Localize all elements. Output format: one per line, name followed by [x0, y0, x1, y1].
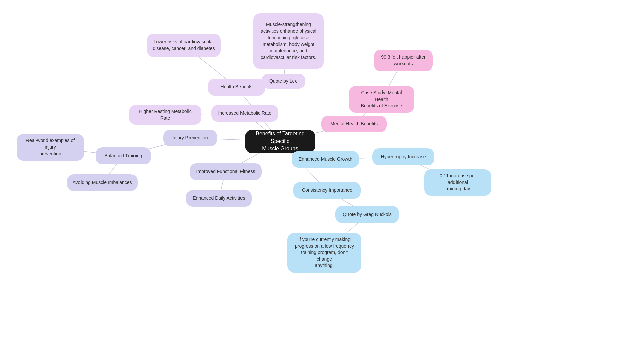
node-increased_metabolic: Increased Metabolic Rate	[211, 105, 278, 122]
node-label-increase_per_day: 0.11 increase per additional training da…	[430, 173, 486, 192]
node-health_benefits: Health Benefits	[208, 79, 265, 96]
node-increase_per_day: 0.11 increase per additional training da…	[424, 169, 491, 196]
node-label-balanced_training: Balanced Training	[104, 153, 142, 159]
mindmap-canvas: Benefits of Targeting Specific Muscle Gr…	[0, 0, 644, 363]
node-center: Benefits of Targeting Specific Muscle Gr…	[245, 130, 315, 153]
node-label-mental_health: Mental Health Benefits	[330, 121, 378, 127]
node-balanced_training: Balanced Training	[96, 147, 151, 164]
node-greg_quote_detail: If you're currently making progress on a…	[287, 233, 361, 273]
node-label-lower_risks: Lower risks of cardiovascular disease, c…	[153, 39, 215, 52]
node-label-enhanced_muscle: Enhanced Muscle Growth	[299, 156, 352, 163]
node-consistency: Consistency Importance	[293, 182, 361, 199]
node-label-quote_lee_detail: Muscle-strengthening activities enhance …	[261, 21, 316, 61]
node-enhanced_muscle: Enhanced Muscle Growth	[292, 151, 359, 168]
node-label-quote_greg: Quote by Greg Nuckols	[343, 211, 392, 218]
node-case_study: Case Study: Mental Health Benefits of Ex…	[349, 86, 414, 113]
node-hypertrophy: Hypertrophy Increase	[372, 148, 434, 165]
node-label-enhanced_daily: Enhanced Daily Activities	[193, 195, 245, 202]
node-label-increased_metabolic: Increased Metabolic Rate	[218, 110, 272, 117]
node-felt_happier: 99.3 felt happier after workouts	[374, 50, 433, 71]
node-label-higher_resting: Higher Resting Metabolic Rate	[135, 108, 196, 121]
node-real_world: Real-world examples of injury prevention	[17, 134, 84, 161]
node-label-functional_fitness: Improved Functional Fitness	[196, 168, 255, 175]
node-label-health_benefits: Health Benefits	[221, 84, 253, 90]
node-quote_lee: Quote by Lee	[262, 74, 305, 89]
node-label-injury_prevention: Injury Prevention	[172, 135, 208, 141]
node-label-real_world: Real-world examples of injury prevention	[22, 137, 78, 157]
node-label-felt_happier: 99.3 felt happier after workouts	[381, 54, 425, 67]
node-label-quote_lee: Quote by Lee	[269, 78, 298, 85]
node-label-hypertrophy: Hypertrophy Increase	[381, 154, 426, 160]
node-mental_health: Mental Health Benefits	[321, 116, 387, 132]
node-label-avoiding_imbalances: Avoiding Muscle Imbalances	[72, 179, 132, 186]
node-avoiding_imbalances: Avoiding Muscle Imbalances	[67, 174, 138, 191]
node-lower_risks: Lower risks of cardiovascular disease, c…	[147, 34, 221, 57]
node-functional_fitness: Improved Functional Fitness	[190, 163, 262, 180]
node-quote_greg: Quote by Greg Nuckols	[335, 206, 399, 223]
node-label-consistency: Consistency Importance	[302, 187, 352, 194]
node-higher_resting: Higher Resting Metabolic Rate	[129, 105, 201, 125]
node-label-case_study: Case Study: Mental Health Benefits of Ex…	[354, 89, 409, 109]
node-enhanced_daily: Enhanced Daily Activities	[186, 190, 252, 207]
node-label-greg_quote_detail: If you're currently making progress on a…	[293, 236, 356, 269]
node-quote_lee_detail: Muscle-strengthening activities enhance …	[253, 13, 324, 69]
node-label-center: Benefits of Targeting Specific Muscle Gr…	[250, 130, 310, 153]
node-injury_prevention: Injury Prevention	[163, 130, 217, 146]
